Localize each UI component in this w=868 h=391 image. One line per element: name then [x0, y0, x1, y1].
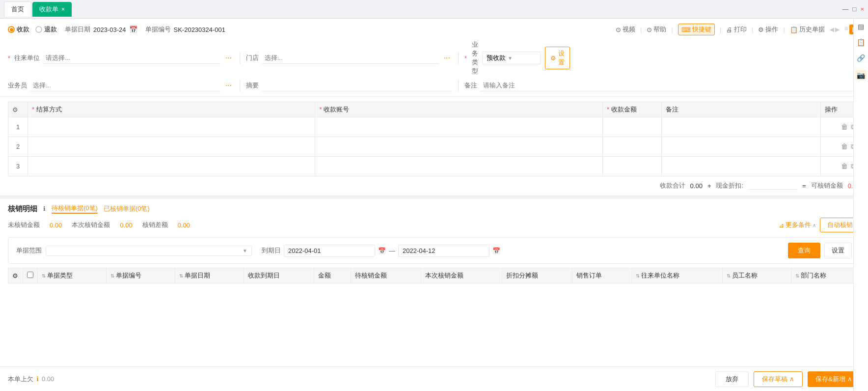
- sidebar-copy-icon[interactable]: 📋: [857, 38, 865, 46]
- tab-home[interactable]: 首页: [4, 1, 31, 17]
- pending-tab[interactable]: 待核销单据(0笔): [52, 204, 98, 214]
- fields-row2: 业务员 ··· 摘要 备注: [8, 80, 860, 91]
- total-label: 收款合计: [660, 181, 685, 190]
- th-settings[interactable]: ⚙: [8, 102, 28, 117]
- cell-amount-3[interactable]: [602, 157, 661, 176]
- range-select[interactable]: ▼: [46, 246, 252, 256]
- cell-remark-2[interactable]: [661, 137, 820, 157]
- calendar-from-icon[interactable]: 📅: [378, 247, 386, 254]
- calendar-icon[interactable]: 📅: [129, 26, 137, 33]
- tab-active[interactable]: 收款单 ×: [32, 2, 72, 17]
- header-left: 收款 退款 单据日期 2023-03-24 📅 单据编号 SK-20230: [8, 25, 225, 34]
- window-controls: — □ ×: [842, 5, 864, 13]
- discount-input[interactable]: [748, 182, 797, 190]
- minimize-btn[interactable]: —: [842, 5, 849, 13]
- cell-remark-1[interactable]: [661, 117, 820, 137]
- save-arrow-icon: ∧: [847, 375, 852, 383]
- cell-amount-2[interactable]: [602, 137, 661, 157]
- sidebar-camera-icon[interactable]: 📷: [855, 70, 867, 81]
- delete-icon-3[interactable]: 🗑: [841, 162, 848, 170]
- history-btn[interactable]: 📋 历史单据: [790, 25, 825, 34]
- bth-dept-label: 部门名称: [801, 272, 826, 279]
- query-btn[interactable]: 查询: [788, 243, 820, 258]
- delete-icon-1[interactable]: 🗑: [841, 123, 848, 131]
- delete-icon-2[interactable]: 🗑: [841, 142, 848, 151]
- tab-close-icon[interactable]: ×: [61, 6, 65, 13]
- date-label: 单据日期: [65, 25, 90, 34]
- shop-more-icon[interactable]: ···: [442, 54, 452, 62]
- save-btn[interactable]: 保存&新增 ∧: [808, 371, 860, 387]
- cell-settlement-1[interactable]: [28, 117, 315, 137]
- date-to-input[interactable]: [398, 245, 489, 257]
- staff-group: 业务员 ···: [8, 80, 234, 91]
- bth-due-date: 收款到期日: [244, 268, 314, 283]
- list-view-btn[interactable]: ≡: [844, 25, 848, 34]
- radio-shoukuan[interactable]: 收款: [8, 25, 29, 34]
- prev-arrow[interactable]: ◀: [830, 26, 834, 33]
- cell-settlement-3[interactable]: [28, 157, 315, 176]
- cell-remark-3[interactable]: [661, 157, 820, 176]
- hexiao-info-icon[interactable]: ℹ: [43, 205, 46, 212]
- business-required: *: [464, 55, 467, 62]
- history-label: 历史单据: [799, 25, 825, 34]
- sidebar-link-icon[interactable]: 🔗: [857, 54, 865, 62]
- remark-group: 备注: [464, 80, 860, 91]
- date-value[interactable]: 2023-03-24: [93, 26, 126, 33]
- print-btn[interactable]: 🖨 打印: [726, 25, 747, 34]
- settings-icon: ⚙: [550, 55, 556, 62]
- draft-btn[interactable]: 保存草稿 ∧: [754, 371, 803, 387]
- customer-input[interactable]: [43, 52, 220, 64]
- sep5: |: [783, 26, 785, 33]
- radio-tuikuan[interactable]: 退款: [35, 25, 57, 34]
- staff-input[interactable]: [30, 80, 220, 91]
- remark-input[interactable]: [480, 80, 860, 91]
- table-header-row: ⚙ * 结算方式 * 收款账号 * 收款金额 备注 操作: [8, 102, 860, 117]
- maximize-btn[interactable]: □: [853, 5, 857, 13]
- bth-sales-order: 销售订单: [572, 268, 631, 283]
- video-btn[interactable]: ⊙ 视频: [616, 25, 635, 34]
- bth-due-date-label: 收款到期日: [248, 272, 280, 279]
- discount-label: 现金折扣:: [716, 181, 743, 190]
- cell-settlement-2[interactable]: [28, 137, 315, 157]
- sort-icon3: ⇅: [179, 273, 183, 279]
- bth-discount-label: 折扣分摊额: [506, 272, 538, 279]
- bottom-table-header: ⚙ ⇅ 单据类型 ⇅ 单据编号 ⇅ 单据日期: [8, 268, 860, 283]
- summary-input[interactable]: [262, 80, 452, 91]
- cell-account-2[interactable]: [315, 137, 602, 157]
- abandon-btn[interactable]: 放弃: [715, 371, 749, 387]
- business-type-select[interactable]: 预收款 ▼: [482, 52, 541, 64]
- shop-input[interactable]: [262, 52, 439, 64]
- sidebar-table-icon[interactable]: ▤: [858, 23, 864, 30]
- sep4: |: [752, 26, 753, 33]
- select-all-checkbox[interactable]: [27, 272, 33, 278]
- cell-amount-1[interactable]: [602, 117, 661, 137]
- print-icon: 🖨: [726, 26, 732, 33]
- staff-more-icon[interactable]: ···: [223, 81, 234, 90]
- more-conditions-btn[interactable]: ⊿ 更多条件 ∧: [779, 221, 816, 229]
- calendar-to-icon[interactable]: 📅: [492, 247, 500, 254]
- done-tab[interactable]: 已核销单据(0笔): [104, 204, 150, 213]
- bth-settings[interactable]: ⚙: [8, 268, 23, 283]
- close-btn[interactable]: ×: [860, 5, 864, 13]
- shortcut-btn[interactable]: ⌨ 快捷键: [678, 24, 715, 35]
- cell-account-3[interactable]: [315, 157, 602, 176]
- help-btn[interactable]: ⊙ 帮助: [647, 25, 666, 34]
- footer-info-icon[interactable]: ℹ: [36, 375, 39, 383]
- cell-account-1[interactable]: [315, 117, 602, 137]
- filter-settings-btn[interactable]: 设置: [824, 243, 852, 258]
- chevron-down-icon: ▼: [508, 56, 513, 61]
- date-from-input[interactable]: [284, 245, 375, 257]
- video-label: 视频: [623, 25, 635, 34]
- sep3: |: [720, 26, 721, 33]
- next-arrow[interactable]: ▶: [835, 26, 840, 33]
- current-label: 本次核销金额: [72, 221, 110, 229]
- header-row: 收款 退款 单据日期 2023-03-24 📅 单据编号 SK-20230: [8, 24, 860, 35]
- customer-more-icon[interactable]: ···: [223, 54, 234, 62]
- number-value[interactable]: SK-20230324-001: [174, 26, 226, 33]
- settings-btn[interactable]: ⚙ 设置: [545, 47, 570, 69]
- required-star: *: [32, 106, 34, 113]
- operations-btn[interactable]: ⚙ 操作: [758, 25, 778, 34]
- diff-label: 核销差额: [142, 221, 168, 229]
- bth-sales-order-label: 销售订单: [576, 272, 602, 279]
- unchecked-label: 未核销金额: [8, 221, 40, 229]
